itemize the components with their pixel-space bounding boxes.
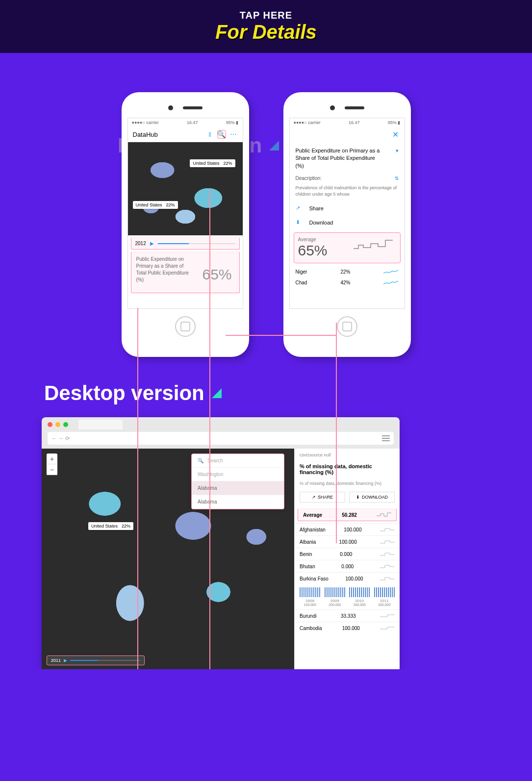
source-label: csvizsource null xyxy=(295,449,400,461)
play-icon[interactable]: ▶ xyxy=(150,241,154,246)
year-column[interactable]: 2011300,000 xyxy=(374,587,395,606)
camera-icon xyxy=(330,105,335,110)
share-icon: ↗ xyxy=(312,495,316,500)
panel-subtitle: % of missing data, domestic financing (%… xyxy=(295,479,400,488)
zoom-out-button[interactable]: − xyxy=(47,464,57,475)
sparkline-icon xyxy=(380,563,395,569)
caret-down-icon[interactable]: ▾ xyxy=(396,147,399,170)
search-dropdown: 🔍Search WashingtonAlabamaAlabama xyxy=(191,453,284,509)
play-icon[interactable]: ▶ xyxy=(64,658,67,663)
year-label: 2011 xyxy=(51,658,61,663)
side-panel: csvizsource null % of missing data, dome… xyxy=(294,449,400,669)
world-map[interactable]: United States22% United States22% xyxy=(128,142,243,235)
close-icon[interactable]: ✕ xyxy=(392,130,399,139)
country-row[interactable]: Bhutan0.000 xyxy=(295,560,400,572)
speaker-icon xyxy=(183,106,203,109)
sparkline-icon xyxy=(383,269,398,275)
sparkline-icon xyxy=(380,539,395,545)
search-result[interactable]: Alabama xyxy=(192,495,284,509)
average-value: 50.282 xyxy=(342,512,357,518)
browser-window: ← → ⟳ + − United States22% 🔍Search Washi… xyxy=(42,417,400,669)
url-bar[interactable]: ← → ⟳ xyxy=(48,432,394,445)
sparkline-icon xyxy=(380,527,395,532)
sparkline-icon xyxy=(383,279,398,285)
zoom-in-button[interactable]: + xyxy=(47,453,57,464)
speaker-icon xyxy=(345,106,364,109)
country-row[interactable]: Benin0.000 xyxy=(295,548,400,560)
country-row[interactable]: Albania100.000 xyxy=(295,535,400,548)
browser-chrome xyxy=(42,417,400,432)
more-icon[interactable]: ⋯ xyxy=(229,130,238,139)
country-row[interactable]: Afghanistan100.000 xyxy=(295,523,400,535)
menu-icon[interactable] xyxy=(382,435,390,441)
indicator-label: Public Expenditure on Primary as a Share… xyxy=(136,256,195,283)
country-row[interactable]: Niger22% xyxy=(290,266,405,277)
download-row[interactable]: ⬇Download xyxy=(290,215,405,229)
map-tooltip: United States22% xyxy=(88,522,133,530)
year-column[interactable]: 2010300,000 xyxy=(349,587,370,606)
sparkline-icon xyxy=(380,625,395,631)
for-details-text: For Details xyxy=(215,21,317,43)
year-label: 2012 xyxy=(135,241,146,246)
desktop-map[interactable]: + − United States22% 🔍Search WashingtonA… xyxy=(42,449,294,669)
search-result[interactable]: Alabama xyxy=(192,481,284,495)
description-header[interactable]: Deacription:⇅ xyxy=(290,173,405,184)
search-result[interactable]: Washington xyxy=(192,468,284,481)
average-row: Average 50.282 xyxy=(298,508,397,521)
home-button[interactable] xyxy=(337,316,357,337)
share-icon: ↗ xyxy=(296,205,304,211)
timeline-slider[interactable] xyxy=(70,660,140,661)
status-bar: ●●●●○ carrier16.4785% ▮ xyxy=(128,118,243,127)
country-row[interactable]: Chad42% xyxy=(290,277,405,288)
sparkline-icon xyxy=(354,238,393,252)
country-row[interactable]: Burundi33.333 xyxy=(295,609,400,622)
map-tooltip-1: United States22% xyxy=(190,159,235,167)
minimize-dot-icon[interactable] xyxy=(55,422,60,427)
sparkline-icon xyxy=(380,576,395,581)
camera-icon xyxy=(168,105,173,110)
desktop-section-title: Desktop version xyxy=(44,381,532,405)
triangle-icon xyxy=(212,388,222,398)
download-button[interactable]: ⬇DOWNLOAD xyxy=(349,492,395,503)
search-icon: 🔍 xyxy=(198,458,203,463)
browser-tab[interactable] xyxy=(78,420,123,429)
phone-mockup-2: ●●●●○ carrier16.4785% ▮ ✕ Public Expendi… xyxy=(283,92,411,357)
tap-here-text: TAP HERE xyxy=(240,10,292,21)
expand-icon[interactable]: ⇅ xyxy=(395,176,399,181)
detail-title: Public Expenditure on Primary as a Share… xyxy=(290,142,405,173)
big-value: 65% xyxy=(202,266,231,283)
country-row[interactable]: Cambodia100.000 xyxy=(295,622,400,634)
layers-icon[interactable]: ⫴ xyxy=(205,130,214,139)
map-tooltip-2: United States22% xyxy=(133,201,178,209)
zoom-control: + − xyxy=(47,453,57,475)
close-dot-icon[interactable] xyxy=(48,422,52,427)
search-input-row[interactable]: 🔍Search xyxy=(192,454,284,468)
download-icon: ⬇ xyxy=(356,495,360,500)
share-button[interactable]: ↗SHARE xyxy=(300,492,345,503)
status-bar: ●●●●○ carrier16.4785% ▮ xyxy=(290,118,405,127)
timeline-slider[interactable] xyxy=(158,243,235,244)
share-row[interactable]: ↗Share xyxy=(290,201,405,215)
timeline-control[interactable]: 2012 ▶ xyxy=(131,237,240,250)
year-column[interactable]: 2008100,000 xyxy=(300,587,321,606)
phone-mockup-1: ●●●●○ carrier16.4785% ▮ DataHub ⫴ 🔍 ⋯ Un… xyxy=(122,92,249,357)
year-bar: 2008100,0002009200,0002010300,0002011300… xyxy=(295,584,400,609)
description-text: Prevalence of child malnutrition is the … xyxy=(290,184,405,201)
app-title: DataHub xyxy=(133,131,158,138)
desktop-timeline[interactable]: 2011 ▶ xyxy=(47,655,145,665)
year-column[interactable]: 2009200,000 xyxy=(325,587,346,606)
country-row[interactable]: Burkina Faso100.000 xyxy=(295,572,400,584)
maximize-dot-icon[interactable] xyxy=(63,422,68,427)
sparkline-icon xyxy=(377,512,391,518)
average-label: Average xyxy=(303,512,322,518)
panel-title: % of missing data, domestic financing (%… xyxy=(295,461,400,479)
sparkline-icon xyxy=(380,613,395,619)
average-card: Average 65% xyxy=(294,232,401,263)
info-card[interactable]: Public Expenditure on Primary as a Share… xyxy=(131,252,240,293)
promo-banner[interactable]: TAP HERE For Details xyxy=(0,0,532,53)
home-button[interactable] xyxy=(175,316,196,337)
search-icon[interactable]: 🔍 xyxy=(217,130,226,139)
download-icon: ⬇ xyxy=(296,219,304,226)
app-bar: DataHub ⫴ 🔍 ⋯ xyxy=(128,127,243,142)
sparkline-icon xyxy=(380,551,395,557)
